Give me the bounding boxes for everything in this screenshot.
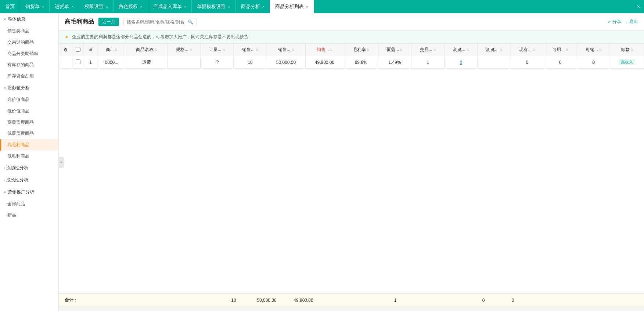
close-icon[interactable]: × [106, 4, 108, 9]
sidebar-section-growth[interactable]: › 成长性分析 [0, 174, 58, 186]
sidebar-section-marketing-label: 营销推广分析 [8, 189, 34, 195]
column-checkbox[interactable] [72, 44, 84, 56]
column-sales-profit[interactable]: 销售...⇅ [305, 44, 344, 56]
sidebar-section-contribution[interactable]: ∨ 贡献值分析 [0, 82, 58, 94]
sidebar-item-high-coverage[interactable]: 高覆盖度商品 [0, 117, 58, 128]
share-button[interactable]: ↗ 分享 [607, 19, 621, 25]
cell-available-stock: 0 [544, 56, 577, 69]
column-sales-amt[interactable]: 销售...⇅ [267, 44, 305, 56]
column-transactions[interactable]: 交易...⇅ [411, 44, 445, 56]
footer-spacer4 [190, 298, 219, 303]
sidebar-wrapper: ∨ 整体信息 销售类商品 交易过的商品 商品分类助销率 有库存的商品 库存资金占… [0, 13, 59, 311]
column-sales-qty[interactable]: 销售...⇅ [234, 44, 267, 56]
close-icon[interactable]: × [228, 4, 230, 9]
close-icon[interactable]: × [184, 4, 186, 9]
sidebar-item-all-products[interactable]: 全部商品 [0, 198, 58, 210]
sidebar-item-stock-capital[interactable]: 库存资金占用 [0, 70, 58, 82]
tab-product-inbound[interactable]: 产成品入库单 × [148, 0, 192, 13]
column-name[interactable]: 商品名称⇅ [126, 44, 167, 56]
column-views1[interactable]: 浏览...⇅ [445, 44, 478, 56]
close-icon[interactable]: × [306, 4, 308, 9]
close-icon[interactable]: × [262, 4, 265, 9]
select-all-checkbox[interactable] [76, 47, 80, 52]
cell-views2 [478, 56, 511, 69]
footer-spacer1 [87, 298, 131, 303]
tab-template-settings[interactable]: 单据模板设置 × [192, 0, 235, 13]
footer-spacer2 [131, 298, 160, 303]
sidebar-item-low-coverage[interactable]: 低覆盖度商品 [0, 128, 58, 139]
footer-spacer7 [410, 298, 439, 303]
chevron-down-icon: ∨ [4, 86, 6, 90]
footer-values: 10 50,000.00 49,900.00 1 0 0 [87, 298, 638, 303]
cell-num: 1 [84, 56, 97, 69]
collapse-icon: « [60, 160, 62, 164]
settings-icon[interactable]: ⚙ [64, 47, 68, 53]
header-actions: ↗ 分享 ↓ 导出 [607, 19, 638, 25]
column-coverage[interactable]: 覆盖...⇅ [378, 44, 411, 56]
search-input[interactable] [127, 19, 186, 25]
tab-bar: 首页 销货单 × 进货单 × 权限设置 × 角色授权 × 产成品入库单 × 单据… [0, 0, 644, 13]
sidebar-section-contribution-label: 贡献值分析 [8, 85, 30, 91]
close-icon[interactable]: × [42, 4, 44, 9]
sidebar-item-high-value[interactable]: 高价值商品 [0, 94, 58, 105]
sidebar-collapse-button[interactable]: « [59, 157, 64, 168]
sidebar-item-in-stock[interactable]: 有库存的商品 [0, 59, 58, 70]
chevron-down-icon: ∨ [4, 190, 6, 194]
search-icon[interactable]: 🔍 [188, 19, 193, 25]
cell-checkbox[interactable] [72, 56, 84, 69]
tab-purchase-order-label: 进货单 [55, 3, 69, 10]
column-num: # [84, 44, 97, 56]
close-icon[interactable]: × [140, 4, 142, 9]
sidebar-item-high-margin[interactable]: 高毛利商品 [0, 139, 58, 151]
cell-current-stock: 0 [511, 56, 544, 69]
close-icon[interactable]: × [71, 4, 73, 9]
tab-product-inbound-label: 产成品入库单 [153, 3, 182, 10]
table-wrapper[interactable]: ⚙ # 商...⇅ 商品名称⇅ 规格...⇅ 计量...⇅ 销售...⇅ 销售.… [59, 43, 644, 293]
column-tag[interactable]: 标签⇅ [610, 44, 644, 56]
footer-spacer8 [439, 298, 469, 303]
tab-home[interactable]: 首页 [0, 0, 20, 13]
sidebar-item-sales-products[interactable]: 销售类商品 [0, 25, 58, 37]
cell-coverage: 1.49% [378, 56, 411, 69]
content-header: 高毛利商品 近一月 🔍 ↗ 分享 ↓ 导出 [59, 13, 644, 31]
table-header-row: ⚙ # 商...⇅ 商品名称⇅ 规格...⇅ 计量...⇅ 销售...⇅ 销售.… [59, 44, 644, 56]
info-icon: ✦ [65, 34, 69, 40]
sidebar-item-category-assist[interactable]: 商品分类助销率 [0, 48, 58, 59]
sidebar-item-new-products[interactable]: 新品 [0, 210, 58, 221]
column-unit[interactable]: 计量...⇅ [201, 44, 234, 56]
cell-sales-qty: 10 [234, 56, 267, 69]
column-settings[interactable]: ⚙ [59, 44, 72, 56]
tab-purchase-order[interactable]: 进货单 × [50, 0, 79, 13]
tab-sales-order[interactable]: 销货单 × [20, 0, 50, 13]
tab-permission-settings[interactable]: 权限设置 × [79, 0, 114, 13]
export-button[interactable]: ↓ 导出 [626, 19, 638, 25]
column-available-stock[interactable]: 可用...⇅ [544, 44, 577, 56]
sidebar-section-trend[interactable]: › 流趋性分析 [0, 162, 58, 174]
sidebar-item-traded-products[interactable]: 交易过的商品 [0, 37, 58, 48]
column-salable-stock[interactable]: 可销...⇅ [577, 44, 610, 56]
horizontal-scrollbar[interactable] [59, 307, 644, 311]
tab-product-analysis-list[interactable]: 商品分析列表 × [270, 0, 314, 13]
column-code[interactable]: 商...⇅ [97, 44, 126, 56]
sidebar-section-marketing[interactable]: ∨ 营销推广分析 [0, 186, 58, 198]
sidebar-section-overall[interactable]: ∨ 整体信息 [0, 13, 58, 25]
column-current-stock[interactable]: 现有...⇅ [511, 44, 544, 56]
tab-role-auth[interactable]: 角色授权 × [114, 0, 148, 13]
tab-bar-close-button[interactable]: × [633, 0, 644, 13]
column-spec[interactable]: 规格...⇅ [167, 44, 200, 56]
sidebar-item-low-margin[interactable]: 低毛利商品 [0, 151, 58, 162]
sidebar-section-overall-label: 整体信息 [8, 16, 25, 22]
cell-views1[interactable]: 0 [445, 56, 478, 69]
cell-unit: 个 [201, 56, 234, 69]
sidebar-section-trend-label: 流趋性分析 [6, 165, 28, 171]
cell-salable-stock: 0 [577, 56, 610, 69]
sidebar: ∨ 整体信息 销售类商品 交易过的商品 商品分类助销率 有库存的商品 库存资金占… [0, 13, 59, 311]
tab-product-analysis-list-label: 商品分析列表 [275, 3, 304, 10]
sidebar-item-low-value[interactable]: 低价值商品 [0, 105, 58, 117]
time-filter-button[interactable]: 近一月 [98, 18, 119, 26]
tab-product-analysis[interactable]: 商品分析 × [236, 0, 270, 13]
row-checkbox[interactable] [76, 59, 80, 64]
column-views2[interactable]: 浏览...⇅ [478, 44, 511, 56]
tab-product-analysis-label: 商品分析 [241, 3, 260, 10]
column-gross-margin[interactable]: 毛利率⇅ [344, 44, 378, 56]
